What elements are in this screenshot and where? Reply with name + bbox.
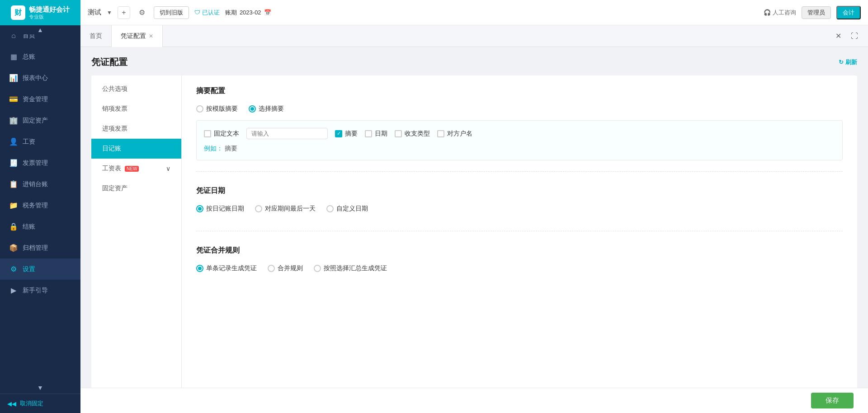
checkbox-payment-type[interactable]: 收支类型 [395, 130, 430, 138]
radio-custom-date[interactable]: 自定义日期 [326, 205, 368, 213]
calendar-icon[interactable]: 📅 [264, 9, 271, 16]
checkbox-counterpart-box [437, 130, 444, 137]
sidebar-item-sales[interactable]: 📋 进销台账 [0, 174, 80, 195]
radio-template-summary[interactable]: 按模版摘要 [196, 105, 238, 113]
summary-radio-group: 按模版摘要 选择摘要 [196, 105, 843, 113]
accountant-button[interactable]: 会计 [836, 6, 861, 19]
sidebar-label-fund: 资金管理 [23, 95, 48, 103]
checkbox-fixed-text-box [204, 130, 211, 137]
nav-item-payroll-table[interactable]: 工资表 NEW ∨ [91, 159, 181, 178]
radio-select-summary-label: 按照选择汇总生成凭证 [324, 264, 387, 272]
tab-close-all-button[interactable]: ✕ [832, 30, 844, 42]
checkbox-date-label: 日期 [375, 130, 387, 138]
checkbox-summary-label: 摘要 [345, 130, 358, 138]
checkbox-fixed-text[interactable]: 固定文本 [204, 130, 239, 138]
tab-home[interactable]: 首页 [80, 25, 112, 47]
sales-icon: 📋 [9, 180, 18, 188]
radio-single-circle [196, 265, 203, 272]
section-date-title: 凭证日期 [196, 186, 843, 196]
section-summary-title: 摘要配置 [196, 86, 843, 96]
sidebar: 财 畅捷通好会计 专业版 ▲ ⌂ 首页 ▦ 总账 📊 报表中心 💳 资金管理 🏢… [0, 0, 80, 413]
verified-status: 🛡 已认证 [194, 9, 220, 17]
nav-item-sales-invoice[interactable]: 销项发票 [91, 99, 181, 119]
sidebar-item-payroll[interactable]: 👤 工资 [0, 131, 80, 152]
logo-text-block: 畅捷通好会计 专业版 [29, 5, 70, 20]
topbar-title: 测试 [88, 8, 101, 17]
service-button[interactable]: 🎧 人工咨询 [764, 9, 796, 17]
radio-select-summary[interactable]: 按照选择汇总生成凭证 [314, 264, 387, 272]
config-layout: 公共选项 销项发票 进项发票 日记账 工资表 NEW ∨ [91, 75, 857, 413]
radio-single[interactable]: 单条记录生成凭证 [196, 264, 257, 272]
topbar-dropdown-icon[interactable]: ▼ [107, 9, 112, 16]
content-inner: 凭证配置 ↻ 刷新 公共选项 销项发票 进项发票 日记账 [80, 47, 868, 413]
checkbox-payment-label: 收支类型 [405, 130, 430, 138]
sidebar-item-report[interactable]: 📊 报表中心 [0, 67, 80, 89]
nav-item-fixed-asset[interactable]: 固定资产 [91, 178, 181, 198]
sidebar-item-close[interactable]: 🔒 结账 [0, 216, 80, 237]
section-merge-title: 凭证合并规则 [196, 246, 843, 255]
sidebar-label-tax: 税务管理 [23, 202, 48, 210]
topbar-add-button[interactable]: + [118, 6, 130, 19]
fixed-text-input[interactable] [246, 128, 328, 139]
nav-item-journal[interactable]: 日记账 [91, 139, 181, 159]
sidebar-scroll-up[interactable]: ▲ [0, 25, 80, 34]
sidebar-item-guide[interactable]: ▶ 新手引导 [0, 280, 80, 301]
fixed-text-label: 固定文本 [214, 130, 239, 138]
example-row: 例如： 摘要 [204, 145, 835, 153]
checkbox-date[interactable]: 日期 [365, 130, 387, 138]
save-button[interactable]: 保存 [811, 393, 854, 408]
tab-voucher-close[interactable]: ✕ [149, 33, 153, 39]
period-label: 账期 [225, 9, 237, 17]
tax-icon: 📁 [9, 201, 18, 210]
refresh-label: 刷新 [845, 58, 857, 66]
radio-journal-date[interactable]: 按日记账日期 [196, 205, 244, 213]
verified-label: 已认证 [202, 9, 220, 17]
page-header: 凭证配置 ↻ 刷新 [91, 56, 857, 68]
date-radio-group: 按日记账日期 对应期间最后一天 自定义日期 [196, 205, 843, 213]
radio-merge-rule[interactable]: 合并规则 [268, 264, 303, 272]
radio-journal-date-label: 按日记账日期 [206, 205, 244, 213]
section-merge: 凭证合并规则 单条记录生成凭证 合并规则 按照选择汇总生成凭证 [196, 246, 843, 291]
sidebar-item-ledger[interactable]: ▦ 总账 [0, 46, 80, 67]
main-content: 凭证配置 ↻ 刷新 公共选项 销项发票 进项发票 日记账 [80, 47, 868, 413]
switch-version-button[interactable]: 切到旧版 [154, 6, 189, 19]
sidebar-label-close: 结账 [23, 223, 35, 231]
unpin-button[interactable]: ◀◀ 取消固定 [0, 394, 80, 413]
config-content: 摘要配置 按模版摘要 选择摘要 [182, 75, 857, 413]
admin-button[interactable]: 管理员 [802, 6, 831, 19]
refresh-button[interactable]: ↻ 刷新 [839, 58, 857, 66]
sidebar-item-asset[interactable]: 🏢 固定资产 [0, 110, 80, 131]
sidebar-item-archive[interactable]: 📦 归档管理 [0, 237, 80, 258]
radio-select-summary[interactable]: 选择摘要 [249, 105, 284, 113]
radio-period-last[interactable]: 对应期间最后一天 [255, 205, 316, 213]
summary-config-box: 固定文本 摘要 日期 [196, 120, 843, 160]
sidebar-label-sales: 进销台账 [23, 180, 48, 188]
radio-period-last-label: 对应期间最后一天 [265, 205, 316, 213]
tab-voucher-config[interactable]: 凭证配置 ✕ [112, 25, 163, 47]
guide-icon: ▶ [9, 286, 18, 295]
tab-actions: ✕ ⛶ [825, 30, 868, 42]
sidebar-item-settings[interactable]: ⚙ 设置 [0, 258, 80, 280]
sidebar-item-fund[interactable]: 💳 资金管理 [0, 89, 80, 110]
tab-expand-button[interactable]: ⛶ [848, 30, 861, 42]
page-title-text: 凭证配置 [91, 56, 127, 68]
sidebar-scroll-down[interactable]: ▼ [0, 383, 80, 392]
checkbox-date-box [365, 130, 372, 137]
sidebar-label-report: 报表中心 [23, 74, 48, 82]
nav-item-public[interactable]: 公共选项 [91, 79, 181, 99]
sidebar-item-invoice[interactable]: 🧾 发票管理 [0, 152, 80, 174]
tab-voucher-label: 凭证配置 [121, 32, 146, 40]
nav-label-sales-invoice: 销项发票 [102, 105, 127, 113]
checkbox-summary[interactable]: 摘要 [335, 130, 358, 138]
checkbox-counterpart[interactable]: 对方户名 [437, 130, 472, 138]
radio-select-summary-circle [314, 265, 321, 272]
nav-item-purchase-invoice[interactable]: 进项发票 [91, 119, 181, 139]
nav-label-journal: 日记账 [102, 145, 121, 153]
sidebar-item-tax[interactable]: 📁 税务管理 [0, 195, 80, 216]
headset-icon: 🎧 [764, 9, 771, 16]
nav-label-payroll-table: 工资表 [102, 164, 121, 173]
sidebar-label-settings: 设置 [23, 265, 35, 273]
footer-bar: 保存 [80, 388, 868, 413]
new-badge: NEW [125, 166, 139, 172]
topbar-settings-button[interactable]: ⚙ [136, 6, 148, 19]
